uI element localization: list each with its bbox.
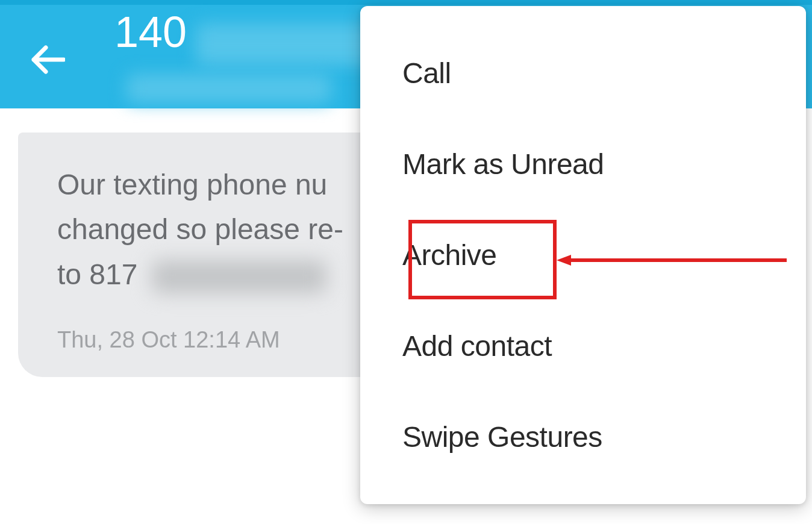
header-title-area: 140 bbox=[114, 10, 389, 103]
menu-item-call[interactable]: Call bbox=[360, 28, 806, 119]
message-line-2: changed so please re- bbox=[57, 213, 343, 245]
header-title-number: 140 bbox=[114, 8, 187, 56]
menu-item-add-contact[interactable]: Add contact bbox=[360, 301, 806, 391]
arrow-left-icon bbox=[31, 45, 65, 74]
message-line-3-prefix: to 817 bbox=[57, 258, 137, 290]
header-redacted-text bbox=[196, 23, 389, 66]
menu-item-swipe-gestures[interactable]: Swipe Gestures bbox=[360, 391, 806, 482]
back-button[interactable] bbox=[30, 42, 66, 78]
context-menu: Call Mark as Unread Archive Add contact … bbox=[360, 6, 806, 504]
message-redacted-number bbox=[152, 260, 326, 293]
header-redacted-subtitle bbox=[126, 74, 331, 103]
menu-item-archive[interactable]: Archive bbox=[360, 210, 806, 301]
menu-item-mark-unread[interactable]: Mark as Unread bbox=[360, 119, 806, 210]
message-line-1: Our texting phone nu bbox=[57, 169, 327, 201]
